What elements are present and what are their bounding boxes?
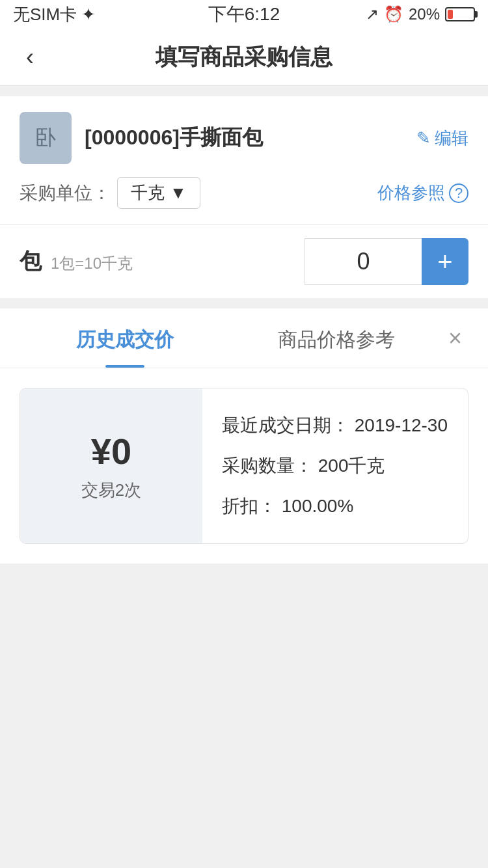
battery-text: 20%: [409, 5, 440, 23]
tab-section: 历史成交价 商品价格参考 × ¥0 交易2次 最近成交日期： 2019-12-3…: [0, 308, 488, 563]
history-discount-row: 折扣： 100.00%: [222, 493, 448, 520]
edit-icon: ✎: [416, 128, 431, 148]
status-right: ↗ ⏰ 20%: [366, 5, 475, 23]
main-content-area: [0, 563, 488, 868]
edit-button[interactable]: ✎ 编辑: [416, 127, 468, 150]
unit-row: 采购单位： 千克 ▼ 价格参照 ?: [20, 177, 468, 209]
product-header: 卧 [0000006]手撕面包 ✎ 编辑: [20, 112, 468, 164]
history-right: 最近成交日期： 2019-12-30 采购数量： 200千克 折扣： 100.0…: [202, 388, 468, 543]
status-time: 下午6:12: [208, 2, 280, 27]
history-qty-row: 采购数量： 200千克: [222, 452, 448, 480]
carrier-text: 无SIM卡 ✦: [13, 3, 96, 26]
discount-label: 折扣：: [222, 496, 277, 516]
product-name: [0000006]手撕面包: [85, 124, 263, 152]
discount-value: 100.00%: [282, 496, 354, 516]
quantity-input-area: +: [305, 238, 468, 285]
location-icon: ↗: [366, 5, 379, 23]
quantity-unit: 包: [20, 247, 42, 277]
date-label: 最近成交日期：: [222, 415, 349, 435]
unit-value: 千克: [131, 182, 165, 204]
quantity-section: 包 1包=10千克 +: [0, 224, 488, 298]
quantity-conversion: 1包=10千克: [51, 253, 133, 274]
unit-select[interactable]: 千克 ▼: [117, 177, 200, 209]
price-ref-label: 价格参照: [377, 182, 445, 204]
product-info: 卧 [0000006]手撕面包: [20, 112, 263, 164]
history-left: ¥0 交易2次: [20, 388, 202, 543]
price-ref-button[interactable]: 价格参照 ?: [377, 182, 468, 204]
history-price: ¥0: [91, 430, 131, 472]
product-logo-text: 卧: [35, 124, 56, 152]
tab-history-price[interactable]: 历史成交价: [20, 308, 230, 368]
tab-history-label: 历史成交价: [76, 329, 174, 350]
quantity-input[interactable]: [305, 238, 422, 285]
product-section: 卧 [0000006]手撕面包 ✎ 编辑 采购单位： 千克 ▼ 价格参照 ?: [0, 96, 488, 224]
tab-product-label: 商品价格参考: [278, 329, 395, 350]
tab-product-price[interactable]: 商品价格参考: [230, 308, 441, 368]
dropdown-icon: ▼: [170, 183, 187, 203]
history-date-row: 最近成交日期： 2019-12-30: [222, 412, 448, 439]
price-ref-icon: ?: [449, 183, 468, 203]
quantity-plus-button[interactable]: +: [422, 238, 468, 285]
page-title: 填写商品采购信息: [156, 42, 332, 72]
qty-value: 200千克: [318, 455, 385, 476]
unit-selector-group: 采购单位： 千克 ▼: [20, 177, 200, 209]
nav-bar: ‹ 填写商品采购信息: [0, 29, 488, 86]
unit-label: 采购单位：: [20, 181, 111, 206]
status-left: 无SIM卡 ✦: [13, 3, 96, 26]
status-bar: 无SIM卡 ✦ 下午6:12 ↗ ⏰ 20%: [0, 0, 488, 29]
tab-header: 历史成交价 商品价格参考 ×: [0, 308, 488, 368]
tab-close-button[interactable]: ×: [442, 318, 468, 359]
back-button[interactable]: ‹: [20, 37, 40, 77]
edit-label: 编辑: [435, 127, 468, 150]
battery-icon: [445, 7, 475, 21]
qty-label: 采购数量：: [222, 455, 313, 476]
alarm-icon: ⏰: [384, 5, 403, 23]
battery-fill: [448, 10, 453, 19]
product-logo: 卧: [20, 112, 72, 164]
history-content: ¥0 交易2次 最近成交日期： 2019-12-30 采购数量： 200千克 折…: [0, 368, 488, 563]
quantity-left: 包 1包=10千克: [20, 247, 133, 277]
date-value: 2019-12-30: [355, 415, 448, 435]
history-transactions: 交易2次: [81, 479, 141, 502]
history-card: ¥0 交易2次 最近成交日期： 2019-12-30 采购数量： 200千克 折…: [20, 388, 468, 544]
